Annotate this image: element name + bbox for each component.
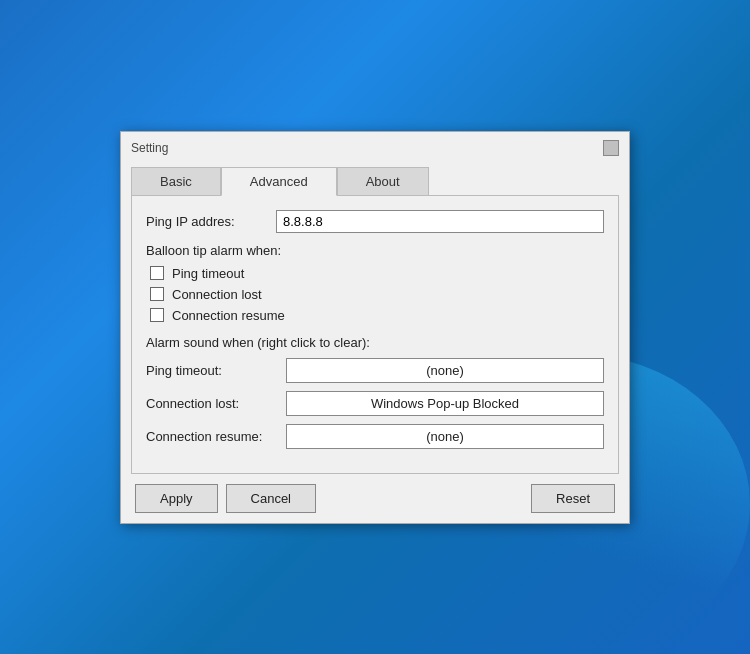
checkbox-connection-lost[interactable] <box>150 287 164 301</box>
checkbox-connection-resume-row: Connection resume <box>146 308 604 323</box>
reset-button[interactable]: Reset <box>531 484 615 513</box>
checkbox-ping-timeout-row: Ping timeout <box>146 266 604 281</box>
ping-ip-label: Ping IP addres: <box>146 214 276 229</box>
apply-button[interactable]: Apply <box>135 484 218 513</box>
alarm-connection-resume-label: Connection resume: <box>146 429 286 444</box>
balloon-section-label: Balloon tip alarm when: <box>146 243 604 258</box>
alarm-section: Alarm sound when (right click to clear):… <box>146 335 604 449</box>
alarm-connection-lost-row: Connection lost: Windows Pop-up Blocked <box>146 391 604 416</box>
tab-about[interactable]: About <box>337 167 429 196</box>
alarm-section-label: Alarm sound when (right click to clear): <box>146 335 604 350</box>
window-title: Setting <box>131 141 168 155</box>
tab-bar: Basic Advanced About <box>121 166 629 195</box>
alarm-ping-timeout-label: Ping timeout: <box>146 363 286 378</box>
cancel-button[interactable]: Cancel <box>226 484 316 513</box>
bottom-bar: Apply Cancel Reset <box>121 474 629 523</box>
alarm-connection-lost-label: Connection lost: <box>146 396 286 411</box>
close-button[interactable] <box>603 140 619 156</box>
settings-window: Setting Basic Advanced About Ping IP add… <box>120 131 630 524</box>
checkbox-connection-resume[interactable] <box>150 308 164 322</box>
checkbox-connection-resume-label[interactable]: Connection resume <box>172 308 285 323</box>
checkbox-ping-timeout-label[interactable]: Ping timeout <box>172 266 244 281</box>
alarm-connection-resume-button[interactable]: (none) <box>286 424 604 449</box>
alarm-ping-timeout-row: Ping timeout: (none) <box>146 358 604 383</box>
tab-advanced[interactable]: Advanced <box>221 167 337 196</box>
alarm-connection-resume-row: Connection resume: (none) <box>146 424 604 449</box>
alarm-connection-lost-button[interactable]: Windows Pop-up Blocked <box>286 391 604 416</box>
checkbox-connection-lost-row: Connection lost <box>146 287 604 302</box>
ping-ip-input[interactable] <box>276 210 604 233</box>
content-panel: Ping IP addres: Balloon tip alarm when: … <box>131 195 619 474</box>
checkbox-ping-timeout[interactable] <box>150 266 164 280</box>
alarm-ping-timeout-button[interactable]: (none) <box>286 358 604 383</box>
tab-basic[interactable]: Basic <box>131 167 221 196</box>
ping-ip-row: Ping IP addres: <box>146 210 604 233</box>
title-bar: Setting <box>121 132 629 162</box>
checkbox-connection-lost-label[interactable]: Connection lost <box>172 287 262 302</box>
